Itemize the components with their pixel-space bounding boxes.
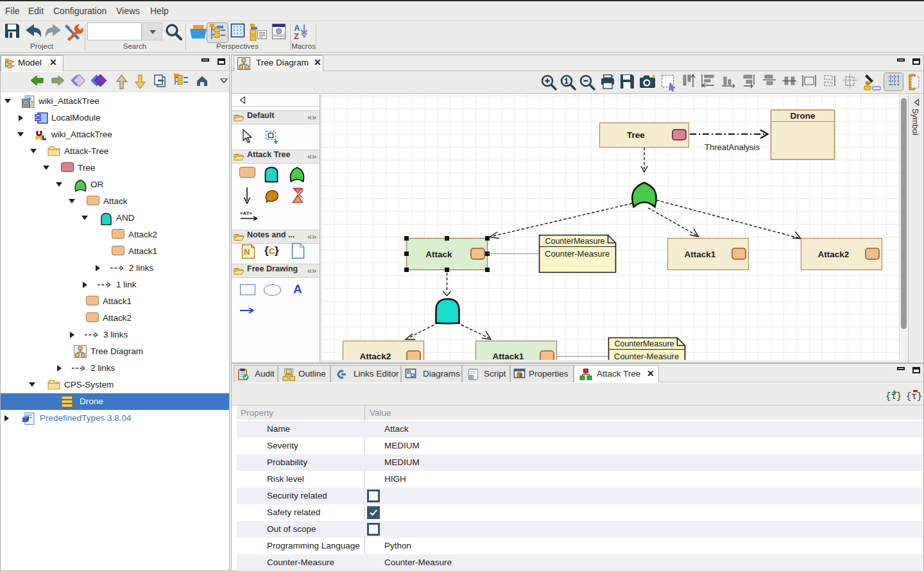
svg-text:Attack1: Attack1 <box>493 352 524 360</box>
svg-text:Tree: Tree <box>627 130 645 140</box>
svg-text:Z: Z <box>294 31 299 41</box>
svg-text:{τ}: {τ} <box>906 391 922 402</box>
svg-text:Attack2: Attack2 <box>360 352 391 360</box>
svg-text:Attack: Attack <box>425 250 452 259</box>
svg-text:CounterMeasure: CounterMeasure <box>614 339 674 348</box>
svg-text:ThreatAnalysis: ThreatAnalysis <box>705 142 760 152</box>
svg-text:«AT»: «AT» <box>240 210 253 216</box>
svg-text:Attack2: Attack2 <box>818 250 850 259</box>
svg-text:Attack1: Attack1 <box>685 250 716 259</box>
svg-text:N: N <box>244 247 250 257</box>
svg-text:Drone: Drone <box>790 111 815 121</box>
svg-text:CounterMeasure: CounterMeasure <box>545 237 604 246</box>
svg-text:Counter-Measure: Counter-Measure <box>614 352 679 360</box>
svg-text:Counter-Measure: Counter-Measure <box>545 249 610 259</box>
